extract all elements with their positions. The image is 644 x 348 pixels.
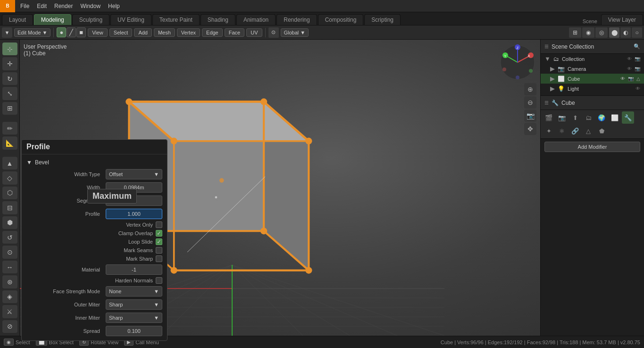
- width-input[interactable]: 0.0984m: [106, 182, 162, 193]
- rotate-tool[interactable]: ↻: [2, 72, 17, 85]
- face-mode-btn[interactable]: ■: [76, 27, 86, 37]
- cube-render-icon[interactable]: 📷: [628, 76, 634, 81]
- constraints-prop-icon[interactable]: 🔗: [569, 125, 581, 137]
- tab-sculpting[interactable]: Sculpting: [72, 14, 109, 25]
- edge-btn[interactable]: Edge: [202, 28, 223, 37]
- physics-prop-icon[interactable]: ⚛: [556, 125, 568, 137]
- spin-tool[interactable]: ↺: [2, 231, 17, 244]
- overlay-btn[interactable]: ◉: [582, 27, 594, 38]
- camera-vis-icon[interactable]: 👁: [627, 66, 632, 71]
- menu-file[interactable]: File: [17, 2, 33, 10]
- tab-scripting[interactable]: Scripting: [364, 14, 401, 25]
- face-btn[interactable]: Face: [225, 28, 244, 37]
- loop-cut-tool[interactable]: ⊟: [2, 201, 17, 214]
- cube-vis-icon[interactable]: 👁: [620, 76, 625, 81]
- tab-layout[interactable]: Layout: [2, 14, 33, 25]
- render-prop-icon[interactable]: 📷: [556, 111, 568, 124]
- uv-btn[interactable]: UV: [246, 28, 262, 37]
- width-type-dropdown[interactable]: Offset ▼: [106, 169, 162, 179]
- move-tool[interactable]: ✛: [2, 57, 17, 70]
- collection-item[interactable]: ▼ 🗂 Collection 👁 📷: [541, 54, 644, 64]
- mode-icon[interactable]: ▼: [2, 27, 12, 38]
- spread-input[interactable]: 0.100: [106, 326, 162, 336]
- smooth-tool[interactable]: ⊙: [2, 246, 17, 258]
- tab-rendering[interactable]: Rendering: [276, 14, 317, 25]
- profile-input[interactable]: 1.000: [106, 209, 162, 219]
- tab-animation[interactable]: Animation: [236, 14, 276, 25]
- scene-selector[interactable]: Scene: [580, 17, 600, 25]
- render-visibility-icon[interactable]: 📷: [635, 56, 640, 61]
- light-vis-icon[interactable]: 👁: [636, 86, 640, 91]
- scale-tool[interactable]: ⤡: [2, 87, 17, 100]
- clamp-overlap-checkbox[interactable]: ✓: [156, 230, 162, 237]
- segments-input[interactable]: 1: [106, 195, 162, 206]
- cube-constraint-icon[interactable]: △: [636, 76, 640, 81]
- shear-tool[interactable]: ◈: [2, 290, 17, 303]
- tab-view-layer[interactable]: View Layer: [601, 14, 643, 25]
- edge-slide-tool[interactable]: ↔: [2, 261, 17, 273]
- data-prop-icon[interactable]: △: [582, 125, 594, 137]
- menu-edit[interactable]: Edit: [33, 2, 50, 10]
- pan-btn[interactable]: ✥: [524, 123, 536, 135]
- add-btn[interactable]: Add: [134, 28, 152, 37]
- tab-compositing[interactable]: Compositing: [318, 14, 364, 25]
- vert-mode-btn[interactable]: ●: [57, 27, 66, 37]
- material-prop-icon[interactable]: ⬟: [595, 125, 608, 137]
- polybuild-tool[interactable]: ⬢: [2, 216, 17, 229]
- snap-btn[interactable]: ⊞: [569, 27, 581, 38]
- vertex-btn[interactable]: Vertex: [177, 28, 200, 37]
- object-prop-icon[interactable]: ⬜: [609, 111, 621, 124]
- tab-modeling[interactable]: Modeling: [34, 14, 71, 25]
- inset-tool[interactable]: ◇: [2, 171, 17, 184]
- transform-tool[interactable]: ⊞: [2, 102, 17, 115]
- extrude-tool[interactable]: ▲: [2, 157, 17, 170]
- menu-window[interactable]: Window: [77, 2, 104, 10]
- mode-dropdown[interactable]: Edit Mode ▼: [14, 28, 50, 37]
- camera-view-btn[interactable]: 📷: [524, 110, 536, 122]
- view-layer-prop-icon[interactable]: 🗂: [582, 111, 594, 124]
- outliner-filter-btn[interactable]: 🔍: [634, 43, 640, 50]
- bevel-header[interactable]: ▼ Bevel: [22, 157, 167, 168]
- annotate-tool[interactable]: ✏: [2, 122, 17, 135]
- select-btn[interactable]: Select: [109, 28, 133, 37]
- measure-tool[interactable]: 📐: [2, 136, 17, 149]
- xray-btn[interactable]: ◎: [595, 27, 608, 38]
- material-shading-btn[interactable]: ◐: [620, 27, 631, 38]
- vertex-only-checkbox[interactable]: [156, 221, 162, 228]
- tab-shading[interactable]: Shading: [201, 14, 235, 25]
- material-input[interactable]: -1: [106, 264, 162, 275]
- zoom-out-btn[interactable]: ⊖: [524, 96, 536, 109]
- world-prop-icon[interactable]: 🌍: [595, 111, 608, 124]
- knife-tool[interactable]: ⚔: [2, 305, 17, 318]
- zoom-in-btn[interactable]: ⊕: [524, 83, 536, 95]
- add-modifier-button[interactable]: Add Modifier: [544, 142, 640, 152]
- cube-item[interactable]: ▶ ⬜ Cube 👁 📷 △: [541, 74, 644, 84]
- camera-item[interactable]: ▶ 📷 Camera 👁 📷: [541, 64, 644, 74]
- bisect-tool[interactable]: ⊘: [2, 320, 17, 333]
- visibility-icon[interactable]: 👁: [627, 56, 632, 61]
- cursor-tool[interactable]: ⊹: [2, 42, 17, 55]
- scene-prop-icon[interactable]: 🎬: [543, 111, 555, 124]
- menu-render[interactable]: Render: [51, 2, 76, 10]
- output-prop-icon[interactable]: ⬆: [569, 111, 581, 124]
- mesh-btn[interactable]: Mesh: [154, 28, 175, 37]
- outer-miter-dropdown[interactable]: Sharp ▼: [106, 299, 162, 310]
- mark-sharp-checkbox[interactable]: [156, 255, 162, 262]
- tab-uv-editing[interactable]: UV Editing: [110, 14, 151, 25]
- solid-shading-btn[interactable]: ⬤: [609, 27, 619, 38]
- bevel-tool[interactable]: ⬡: [2, 187, 17, 199]
- inner-miter-dropdown[interactable]: Sharp ▼: [106, 313, 162, 323]
- edge-mode-btn[interactable]: ╱: [67, 27, 76, 37]
- navigation-gizmo[interactable]: X Y Z: [499, 43, 536, 81]
- loop-slide-checkbox[interactable]: ✓: [156, 238, 162, 245]
- mark-seams-checkbox[interactable]: [156, 247, 162, 254]
- face-strength-mode-dropdown[interactable]: None ▼: [106, 286, 162, 297]
- view-btn[interactable]: View: [88, 28, 108, 37]
- transform-dropdown[interactable]: Global ▼: [281, 28, 309, 37]
- camera-render-icon[interactable]: 📷: [635, 66, 640, 71]
- harden-normals-checkbox[interactable]: [156, 277, 162, 284]
- particle-prop-icon[interactable]: ✦: [543, 125, 555, 137]
- proportional-edit-btn[interactable]: ⊙: [268, 27, 279, 38]
- modifier-prop-icon active[interactable]: 🔧: [622, 111, 634, 124]
- shrink-fatten-tool[interactable]: ⊛: [2, 275, 17, 288]
